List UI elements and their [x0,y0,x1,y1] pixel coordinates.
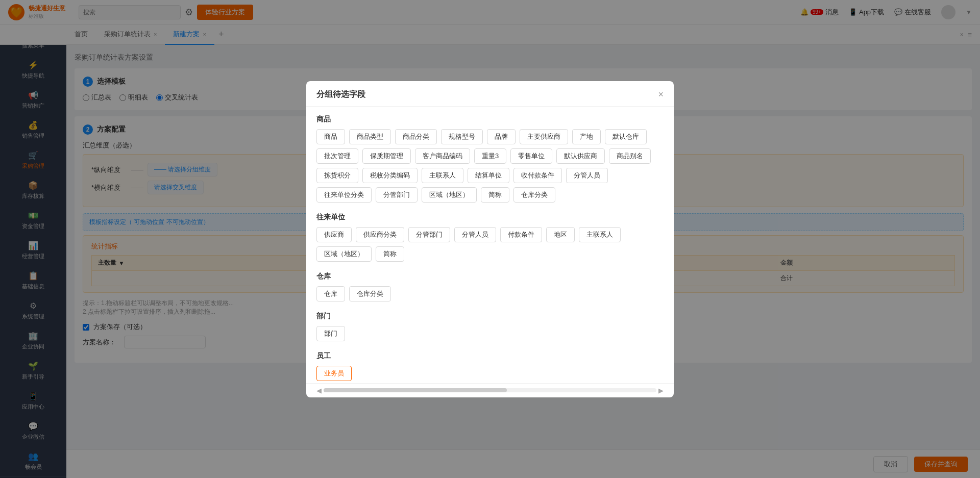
employee-fields: 业务员 [316,366,664,381]
field-retail-unit[interactable]: 零售单位 [510,148,552,164]
section-product-title: 商品 [316,115,664,124]
section-product: 商品 商品 商品类型 商品分类 规格型号 品牌 主要供应商 产地 默认仓库 批次… [316,115,664,203]
product-fields: 商品 商品类型 商品分类 规格型号 品牌 主要供应商 产地 默认仓库 批次管理 … [316,129,664,203]
field-partner-dept[interactable]: 分管部门 [408,227,450,242]
field-pick-score[interactable]: 拣货积分 [316,168,358,183]
field-dept[interactable]: 分管部门 [376,187,418,203]
field-customer-code[interactable]: 客户商品编码 [415,148,470,164]
field-supplier[interactable]: 供应商 [316,227,352,242]
field-payment-terms[interactable]: 收付款条件 [513,168,562,183]
scroll-track [324,388,656,392]
field-region[interactable]: 区域（地区） [422,187,477,203]
field-product-type[interactable]: 商品类型 [349,129,391,144]
modal-overlay: 分组待选字段 × 商品 商品 商品类型 商品分类 规格型号 品牌 主要供应商 产… [0,0,980,478]
modal-body[interactable]: 商品 商品 商品类型 商品分类 规格型号 品牌 主要供应商 产地 默认仓库 批次… [306,107,674,383]
field-brand[interactable]: 品牌 [487,129,516,144]
field-alias[interactable]: 商品别名 [609,148,651,164]
field-partner-manager[interactable]: 分管人员 [454,227,496,242]
section-warehouse: 仓库 仓库 仓库分类 [316,272,664,301]
section-employee-title: 员工 [316,351,664,361]
field-department[interactable]: 部门 [316,326,345,341]
section-employee: 员工 业务员 [316,351,664,381]
field-area[interactable]: 地区 [546,227,575,242]
field-salesperson[interactable]: 业务员 [316,366,352,381]
modal-scroll-bar: ◀ ▶ [306,383,674,397]
modal: 分组待选字段 × 商品 商品 商品类型 商品分类 规格型号 品牌 主要供应商 产… [306,81,674,397]
field-partner-category[interactable]: 往来单位分类 [316,187,372,203]
section-partner-title: 往来单位 [316,213,664,222]
field-tax-code[interactable]: 税收分类编码 [362,168,418,183]
modal-close-btn[interactable]: × [658,89,664,100]
field-main-supplier[interactable]: 主要供应商 [520,129,568,144]
field-spec[interactable]: 规格型号 [441,129,483,144]
warehouse-fields: 仓库 仓库分类 [316,286,664,301]
modal-title: 分组待选字段 [316,89,365,100]
field-default-supplier[interactable]: 默认供应商 [556,148,605,164]
field-shelf-life[interactable]: 保质期管理 [362,148,411,164]
scroll-thumb [324,388,507,392]
field-default-warehouse[interactable]: 默认仓库 [605,129,647,144]
field-warehouse[interactable]: 仓库 [316,286,345,301]
field-region2[interactable]: 区域（地区） [316,246,372,262]
field-origin[interactable]: 产地 [572,129,601,144]
modal-header: 分组待选字段 × [306,81,674,107]
field-supplier-category[interactable]: 供应商分类 [356,227,404,242]
scroll-right-btn[interactable]: ▶ [658,387,664,394]
scroll-left-btn[interactable]: ◀ [316,387,322,394]
partner-fields: 供应商 供应商分类 分管部门 分管人员 付款条件 地区 主联系人 区域（地区） … [316,227,664,262]
field-batch[interactable]: 批次管理 [316,148,358,164]
field-main-contact[interactable]: 主联系人 [422,168,463,183]
field-manager[interactable]: 分管人员 [566,168,608,183]
field-short-name[interactable]: 简称 [481,187,509,203]
field-warehouse-cat[interactable]: 仓库分类 [349,286,391,301]
department-fields: 部门 [316,326,664,341]
field-payment-condition[interactable]: 付款条件 [500,227,542,242]
field-product[interactable]: 商品 [316,129,345,144]
field-weight[interactable]: 重量3 [474,148,506,164]
section-warehouse-title: 仓库 [316,272,664,281]
field-warehouse-category[interactable]: 仓库分类 [513,187,555,203]
section-department-title: 部门 [316,312,664,321]
section-department: 部门 部门 [316,312,664,341]
field-main-contact2[interactable]: 主联系人 [579,227,621,242]
field-settlement-unit[interactable]: 结算单位 [468,168,509,183]
field-product-category[interactable]: 商品分类 [395,129,437,144]
section-partner: 往来单位 供应商 供应商分类 分管部门 分管人员 付款条件 地区 主联系人 区域… [316,213,664,262]
field-short-name2[interactable]: 简称 [376,246,404,262]
